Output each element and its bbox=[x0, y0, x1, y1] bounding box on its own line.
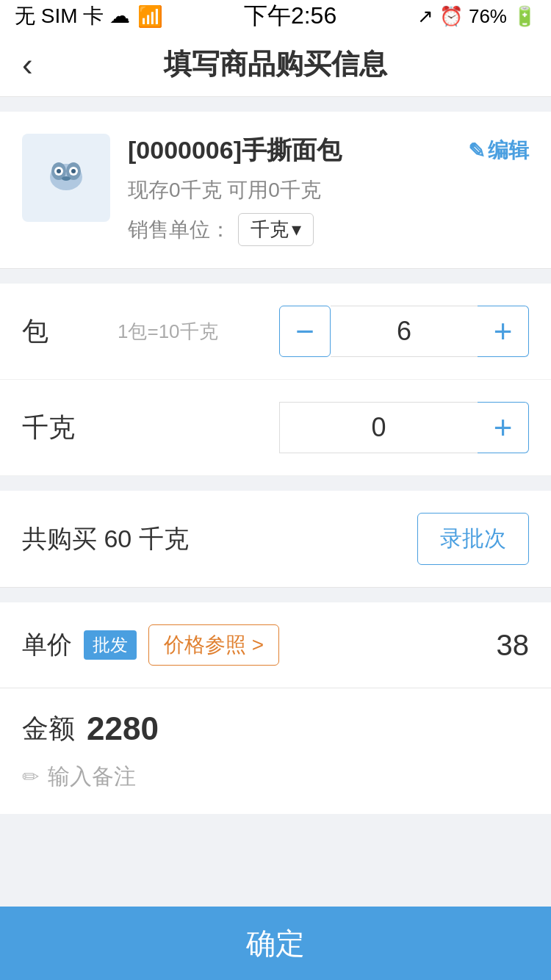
battery-icon: 🔋 bbox=[513, 5, 536, 28]
amount-label: 金额 bbox=[22, 711, 75, 747]
quantity-section: 包 1包=10千克 − + 千克 + bbox=[0, 284, 551, 476]
battery-percent: 76% bbox=[469, 5, 507, 28]
price-value: 38 bbox=[497, 629, 530, 662]
kg-controls: + bbox=[279, 402, 529, 453]
edit-label: 编辑 bbox=[488, 137, 529, 165]
pencil-icon: ✏ bbox=[22, 765, 39, 789]
bao-sublabel: 1包=10千克 bbox=[118, 319, 218, 345]
amount-value: 2280 bbox=[87, 710, 159, 747]
kg-input[interactable] bbox=[279, 402, 478, 453]
nav-bar: ‹ 填写商品购买信息 bbox=[0, 32, 551, 97]
product-info: [0000006]手撕面包 ✎ 编辑 现存0千克 可用0千克 销售单位： 千克 … bbox=[128, 134, 529, 246]
location-icon: ↗ bbox=[417, 5, 433, 28]
bao-row: 包 1包=10千克 − + bbox=[0, 284, 551, 380]
svg-point-5 bbox=[57, 169, 61, 173]
edit-icon: ✎ bbox=[468, 139, 485, 163]
page-title: 填写商品购买信息 bbox=[164, 46, 387, 83]
note-row[interactable]: ✏ 输入备注 bbox=[22, 762, 529, 792]
back-button[interactable]: ‹ bbox=[22, 46, 33, 83]
price-section: 单价 批发 价格参照 > 38 bbox=[0, 602, 551, 688]
dropdown-arrow-icon: ▾ bbox=[292, 218, 301, 241]
product-logo bbox=[44, 152, 88, 204]
wifi-icon: 📶 bbox=[137, 4, 163, 29]
kg-label: 千克 bbox=[22, 410, 110, 446]
bao-plus-button[interactable]: + bbox=[478, 306, 529, 357]
total-section: 共购买 60 千克 录批次 bbox=[0, 491, 551, 588]
status-right: ↗ ⏰ 76% 🔋 bbox=[417, 5, 536, 28]
price-ref-label: 价格参照 > bbox=[164, 631, 264, 659]
confirm-button[interactable]: 确定 bbox=[0, 907, 551, 980]
price-tag: 批发 bbox=[84, 630, 137, 660]
product-image bbox=[22, 134, 110, 222]
kg-row: 千克 + bbox=[0, 380, 551, 476]
svg-point-6 bbox=[71, 169, 76, 173]
note-label: 输入备注 bbox=[48, 762, 136, 792]
status-bar: 无 SIM 卡 ☁ 📶 下午2:56 ↗ ⏰ 76% 🔋 bbox=[0, 0, 551, 32]
status-time: 下午2:56 bbox=[244, 0, 336, 32]
batch-button[interactable]: 录批次 bbox=[417, 513, 529, 565]
bao-label: 包 bbox=[22, 314, 110, 350]
unit-dropdown[interactable]: 千克 ▾ bbox=[238, 213, 314, 246]
price-label: 单价 bbox=[22, 628, 72, 662]
product-section: [0000006]手撕面包 ✎ 编辑 现存0千克 可用0千克 销售单位： 千克 … bbox=[0, 112, 551, 269]
bao-input[interactable] bbox=[331, 306, 478, 357]
unit-value: 千克 bbox=[251, 217, 289, 242]
product-stock: 现存0千克 可用0千克 bbox=[128, 176, 529, 204]
edit-button[interactable]: ✎ 编辑 bbox=[468, 137, 529, 165]
amount-section: 金额 2280 ✏ 输入备注 bbox=[0, 688, 551, 814]
bao-minus-button[interactable]: − bbox=[279, 306, 331, 357]
svg-point-7 bbox=[62, 176, 71, 181]
status-left: 无 SIM 卡 ☁ 📶 bbox=[15, 2, 163, 30]
bao-controls: − + bbox=[279, 306, 529, 357]
product-name-row: [0000006]手撕面包 ✎ 编辑 bbox=[128, 134, 529, 167]
alarm-icon: ⏰ bbox=[439, 5, 463, 28]
kg-plus-button[interactable]: + bbox=[478, 402, 529, 453]
amount-row: 金额 2280 bbox=[22, 710, 529, 747]
total-text: 共购买 60 千克 bbox=[22, 522, 189, 556]
sim-label: 无 SIM 卡 ☁ bbox=[15, 2, 130, 30]
unit-label: 销售单位： bbox=[128, 216, 231, 244]
product-unit-row: 销售单位： 千克 ▾ bbox=[128, 213, 529, 246]
price-ref-button[interactable]: 价格参照 > bbox=[148, 624, 279, 666]
product-code-name: [0000006]手撕面包 bbox=[128, 134, 342, 167]
